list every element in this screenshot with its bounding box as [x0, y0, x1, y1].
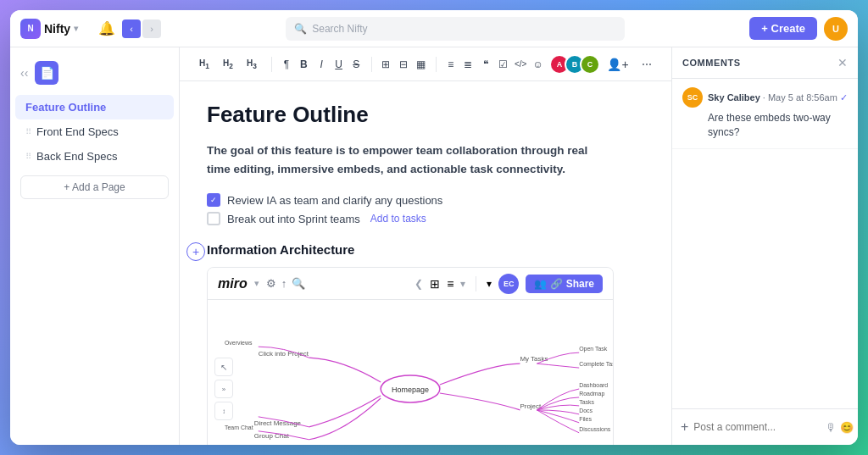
toolbar-right: A B C 👤+ ⋯ — [549, 53, 658, 75]
ordered-list-button[interactable]: ≣ — [462, 53, 475, 75]
miro-toolbar-right: ❮ ⊞ ≡ ▾ ▾ EC 👥 🔗 Share — [415, 274, 603, 294]
search-placeholder: Search Nifty — [312, 23, 367, 35]
task-item-2: Break out into Sprint teams Add to tasks — [207, 212, 644, 225]
heading-group: H1 H2 H3 — [193, 53, 263, 75]
miro-dropdown-icon: ▾ — [254, 278, 259, 289]
svg-text:Homepage: Homepage — [392, 386, 429, 394]
comment-add-icon[interactable]: + — [681, 419, 688, 435]
comment-input-icons: 🎙 😊 — [826, 421, 854, 434]
h3-button[interactable]: H3 — [241, 53, 263, 75]
svg-text:Files: Files — [579, 416, 592, 422]
miro-toolbar: miro ▾ ⚙ ↑ 🔍 ❮ ⊞ ≡ ▾ — [208, 268, 613, 300]
bullet-list-button[interactable]: ≡ — [444, 53, 457, 75]
sidebar: ‹‹ 📄 Feature Outline ⠿ Front End Specs ⠿… — [10, 47, 180, 445]
paragraph-button[interactable]: ¶ — [281, 53, 293, 75]
image-button[interactable]: ⊞ — [380, 53, 392, 75]
nav-arrows: ‹ › — [122, 19, 161, 38]
section-title: Information Architecture — [207, 242, 644, 257]
svg-text:Discussions: Discussions — [579, 426, 611, 432]
svg-text:Team Chat: Team Chat — [225, 424, 253, 430]
miro-share-button[interactable]: 👥 🔗 Share — [526, 275, 603, 293]
comment-input-area: + 🎙 😊 ➤ — [672, 408, 858, 445]
dropdown-chevron: ▾ — [74, 24, 78, 33]
document-title: Feature Outline — [207, 102, 644, 128]
h1-button[interactable]: H1 — [193, 53, 215, 75]
invite-button[interactable]: 👤+ — [607, 53, 629, 75]
emoji-button[interactable]: ☺ — [531, 53, 544, 75]
create-button[interactable]: + Create — [749, 17, 817, 40]
editor-content: + Feature Outline The goal of this featu… — [180, 81, 671, 445]
strikethrough-button[interactable]: S — [350, 53, 363, 75]
miro-embed: miro ▾ ⚙ ↑ 🔍 ❮ ⊞ ≡ ▾ — [207, 267, 614, 445]
comment-author: Sky Calibey — [708, 92, 760, 103]
embed-button[interactable]: ⊟ — [398, 53, 410, 75]
drag-handle-icon: ⠿ — [25, 152, 31, 161]
back-arrow[interactable]: ‹ — [122, 19, 141, 38]
comment-check-icon: ✓ — [840, 92, 848, 103]
svg-text:Overviews: Overviews — [225, 340, 253, 346]
bold-button[interactable]: B — [298, 53, 310, 75]
editor-toolbar: H1 H2 H3 ¶ B I U S ⊞ ⊟ ▦ ≡ ≣ ❝ ☑ </> — [180, 47, 671, 81]
comment-input[interactable] — [693, 421, 821, 433]
mic-icon[interactable]: 🎙 — [826, 421, 837, 434]
sidebar-item-label: Front End Specs — [36, 125, 119, 138]
comment-meta: Sky Calibey · May 5 at 8:56am ✓ — [708, 92, 848, 103]
toolbar-separator-2 — [371, 57, 372, 72]
quote-button[interactable]: ❝ — [480, 53, 492, 75]
svg-text:Roadmap: Roadmap — [579, 391, 604, 397]
emoji-icon[interactable]: 😊 — [840, 421, 854, 434]
bell-icon[interactable]: 🔔 — [98, 20, 115, 36]
drag-handle-icon: ⠿ — [25, 127, 31, 136]
logo-icon: N — [20, 19, 41, 39]
sidebar-item-label: Feature Outline — [25, 101, 106, 114]
miro-more-icon[interactable]: ▾ — [460, 278, 465, 290]
miro-board-icon[interactable]: ⊞ — [430, 277, 440, 291]
miro-list-icon[interactable]: ≡ — [447, 277, 453, 291]
add-block-button[interactable]: + — [186, 242, 205, 261]
svg-text:Tasks: Tasks — [579, 399, 594, 405]
sidebar-item-front-end-specs[interactable]: ⠿ Front End Specs — [15, 119, 174, 144]
sidebar-item-feature-outline[interactable]: Feature Outline — [15, 95, 174, 119]
sidebar-back-icon[interactable]: ‹‹ — [20, 66, 28, 80]
app-window: N Nifty ▾ 🔔 ‹ › 🔍 Search Nifty + Create … — [10, 10, 858, 445]
code-button[interactable]: </> — [515, 53, 527, 75]
svg-text:Dashboard: Dashboard — [579, 382, 608, 388]
mindmap-diagram: Homepage My Tasks Open Task Complete Tas… — [208, 300, 613, 445]
comments-panel: COMMENTS ✕ SC Sky Calibey · May 5 at 8:5… — [671, 47, 858, 445]
miro-logo: miro — [218, 276, 248, 291]
logo[interactable]: N Nifty ▾ — [20, 19, 78, 39]
comments-title: COMMENTS — [682, 58, 741, 68]
svg-text:Click into Project: Click into Project — [259, 350, 309, 358]
task-checkbox-1[interactable]: ✓ — [207, 193, 220, 207]
comment-time: May 5 at 8:56am — [768, 92, 837, 103]
sidebar-item-label: Back End Specs — [36, 150, 117, 163]
forward-arrow[interactable]: › — [142, 19, 161, 38]
table-button[interactable]: ▦ — [415, 53, 427, 75]
sidebar-item-back-end-specs[interactable]: ⠿ Back End Specs — [15, 144, 174, 169]
italic-button[interactable]: I — [315, 53, 328, 75]
miro-upload-icon[interactable]: ↑ — [281, 277, 287, 290]
underline-button[interactable]: U — [332, 53, 345, 75]
avatar-3: C — [580, 54, 600, 75]
miro-search-icon[interactable]: 🔍 — [292, 277, 305, 290]
h2-button[interactable]: H2 — [217, 53, 239, 75]
comment-text: Are these embeds two-way syncs? — [708, 111, 848, 140]
add-page-button[interactable]: + Add a Page — [20, 175, 169, 199]
checkbox-button[interactable]: ☑ — [497, 53, 509, 75]
miro-toolbar-icons: ⚙ ↑ 🔍 — [266, 277, 306, 290]
task-checkbox-2[interactable] — [207, 212, 220, 225]
miro-settings-icon[interactable]: ⚙ — [266, 277, 276, 290]
miro-user-avatar: EC — [498, 274, 519, 294]
comments-close-button[interactable]: ✕ — [837, 56, 848, 69]
more-options-button[interactable]: ⋯ — [636, 53, 658, 75]
editor-area: H1 H2 H3 ¶ B I U S ⊞ ⊟ ▦ ≡ ≣ ❝ ☑ </> — [180, 47, 671, 445]
miro-zoom-down[interactable]: ▾ — [487, 278, 492, 290]
add-to-tasks-link[interactable]: Add to tasks — [370, 213, 426, 225]
comments-header: COMMENTS ✕ — [672, 47, 858, 79]
svg-text:Complete Task: Complete Task — [579, 361, 613, 368]
toolbar-separator-3 — [436, 57, 437, 72]
toolbar-separator — [271, 57, 272, 72]
user-avatar[interactable]: U — [824, 17, 848, 41]
search-bar[interactable]: 🔍 Search Nifty — [286, 17, 625, 41]
app-name: Nifty — [44, 22, 70, 36]
